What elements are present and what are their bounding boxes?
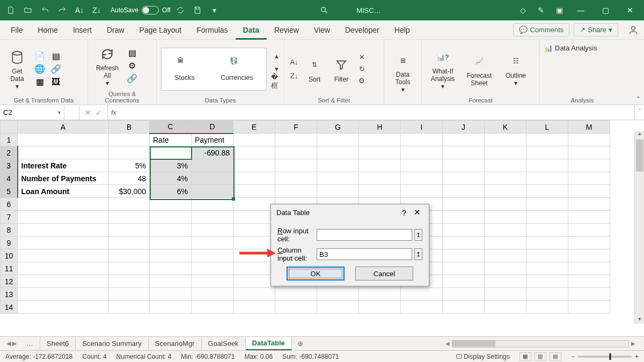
new-file-icon[interactable] xyxy=(3,3,18,18)
window-icon[interactable]: ▣ xyxy=(552,3,567,18)
redo-icon[interactable] xyxy=(55,3,70,18)
refresh-icon[interactable] xyxy=(173,3,188,18)
zoom-out-button[interactable]: − xyxy=(571,353,575,360)
row-input-cell-field[interactable] xyxy=(317,229,412,241)
open-file-icon[interactable] xyxy=(20,3,35,18)
col-header-f[interactable]: F xyxy=(275,121,317,134)
sort-asc-icon[interactable]: A↓ xyxy=(72,3,87,18)
cancel-button[interactable]: Cancel xyxy=(355,267,413,280)
queries-pane-icon[interactable]: ▤ xyxy=(126,47,138,59)
col-header-k[interactable]: K xyxy=(485,121,526,134)
column-input-cell-field[interactable] xyxy=(317,248,412,260)
comments-button[interactable]: 💬 Comments xyxy=(513,23,569,36)
advanced-filter-icon[interactable]: ⚙ xyxy=(356,76,367,86)
col-header-h[interactable]: H xyxy=(359,121,401,134)
undo-icon[interactable] xyxy=(38,3,53,18)
sheet-tab-more[interactable]: … xyxy=(20,337,40,350)
vertical-scrollbar[interactable]: ▲ ▼ xyxy=(634,131,644,324)
tab-draw[interactable]: Draw xyxy=(99,20,132,40)
what-if-button[interactable]: 📊? What-If Analysis▾ xyxy=(426,48,459,90)
sort-button[interactable]: ⇅ Sort xyxy=(303,48,326,90)
cell-c2[interactable] xyxy=(150,146,192,159)
from-picture-icon[interactable]: 🖼 xyxy=(49,76,62,88)
sheet-nav[interactable]: ◀ ▶ xyxy=(3,340,20,347)
minimize-button[interactable]: — xyxy=(570,2,591,19)
cancel-formula-icon[interactable]: ✕ xyxy=(85,108,91,117)
row-header-4[interactable]: 4 xyxy=(1,172,18,185)
expand-formula-icon[interactable]: ⌄ xyxy=(634,105,644,120)
sort-az-icon[interactable]: A↓ xyxy=(289,57,299,68)
filter-button[interactable]: Filter xyxy=(330,48,353,90)
existing-conn-icon[interactable]: 🔗 xyxy=(49,63,62,75)
dialog-help-icon[interactable]: ? xyxy=(398,208,411,217)
share-button[interactable]: ↗ Share ▾ xyxy=(574,23,618,36)
diamond-icon[interactable]: ◇ xyxy=(515,3,530,18)
row-header-11[interactable]: 11 xyxy=(1,262,18,275)
tab-data[interactable]: Data xyxy=(236,20,267,40)
data-tools-button[interactable]: ⊞ Data Tools▾ xyxy=(389,51,417,93)
from-text-icon[interactable]: 📄 xyxy=(33,50,46,62)
gallery-more-icon[interactable]: �框 xyxy=(271,77,282,87)
cell-c3[interactable]: 3% xyxy=(150,159,192,172)
zoom-control[interactable]: − + xyxy=(571,353,639,360)
tab-home[interactable]: Home xyxy=(31,20,65,40)
cell-d3[interactable] xyxy=(192,159,233,172)
reapply-icon[interactable]: ↻ xyxy=(356,64,367,75)
gallery-up-icon[interactable]: ▴ xyxy=(271,51,282,62)
cell-d1[interactable]: Payment xyxy=(192,134,233,146)
cell-d5[interactable] xyxy=(192,185,233,198)
col-header-a[interactable]: A xyxy=(18,121,109,134)
collapse-ribbon-icon[interactable]: ⌃ xyxy=(636,95,641,102)
select-all-corner[interactable] xyxy=(1,121,18,134)
row-header-2[interactable]: 2 xyxy=(1,146,18,159)
row-header-5[interactable]: 5 xyxy=(1,185,18,198)
page-layout-view-button[interactable]: ▥ xyxy=(535,352,546,361)
cell-c5[interactable]: 6% xyxy=(150,185,192,198)
formula-input[interactable] xyxy=(120,105,634,120)
row-header-8[interactable]: 8 xyxy=(1,224,18,237)
cell-b5[interactable]: $30,000 xyxy=(109,185,150,198)
qat-dropdown-icon[interactable]: ▾ xyxy=(207,3,222,18)
horizontal-scrollbar[interactable]: ◀ ▶ xyxy=(309,340,641,348)
search-icon[interactable] xyxy=(317,5,332,16)
col-header-c[interactable]: C xyxy=(150,121,192,134)
recent-sources-icon[interactable]: ▤ xyxy=(49,50,62,62)
sheet-tab-sheet6[interactable]: Sheet6 xyxy=(40,337,76,350)
toggle-switch[interactable] xyxy=(142,6,159,14)
col-header-m[interactable]: M xyxy=(568,121,610,134)
col-header-l[interactable]: L xyxy=(526,121,568,134)
tab-file[interactable]: File xyxy=(3,20,31,40)
get-data-button[interactable]: Get Data▾ xyxy=(4,48,30,90)
add-sheet-button[interactable]: ⊕ xyxy=(292,339,309,348)
tab-help[interactable]: Help xyxy=(387,20,418,40)
row-header-7[interactable]: 7 xyxy=(1,211,18,224)
scroll-up-icon[interactable]: ▲ xyxy=(635,131,644,138)
dialog-close-icon[interactable]: ✕ xyxy=(411,208,423,217)
cell-b3[interactable]: 5% xyxy=(109,159,150,172)
row-header-14[interactable]: 14 xyxy=(1,301,18,314)
currencies-type[interactable]: 💱 Currencies xyxy=(221,57,253,82)
row-header-12[interactable]: 12 xyxy=(1,275,18,288)
sort-desc-icon[interactable]: Z↓ xyxy=(89,3,104,18)
from-table-icon[interactable]: ▦ xyxy=(33,76,46,88)
sheet-tab-scenariomgr[interactable]: ScenarioMgr xyxy=(149,337,202,350)
data-types-gallery[interactable]: 🏛 Stocks 💱 Currencies xyxy=(161,48,267,91)
col-header-g[interactable]: G xyxy=(317,121,359,134)
sheet-tab-goalseek[interactable]: GoalSeek xyxy=(202,337,246,350)
sheet-tab-datatable[interactable]: DataTable xyxy=(246,337,292,350)
cell-d2[interactable]: -690.88 xyxy=(192,146,233,159)
sort-za-icon[interactable]: Z↓ xyxy=(289,71,299,82)
tab-formulas[interactable]: Formulas xyxy=(189,20,235,40)
row-header-6[interactable]: 6 xyxy=(1,198,18,211)
scroll-thumb[interactable] xyxy=(636,139,643,172)
col-ref-picker-icon[interactable]: ↥ xyxy=(414,248,422,260)
cell-a4[interactable]: Number of Payments xyxy=(18,172,109,185)
user-account-icon[interactable] xyxy=(626,23,641,38)
cell-c4[interactable]: 4% xyxy=(150,172,192,185)
normal-view-button[interactable]: ▦ xyxy=(519,352,531,361)
save-icon[interactable] xyxy=(190,3,205,18)
dialog-titlebar[interactable]: Data Table ? ✕ xyxy=(271,204,429,220)
tab-developer[interactable]: Developer xyxy=(338,20,387,40)
row-ref-picker-icon[interactable]: ↥ xyxy=(414,229,422,241)
autosave-toggle[interactable]: AutoSave Off xyxy=(111,6,171,14)
